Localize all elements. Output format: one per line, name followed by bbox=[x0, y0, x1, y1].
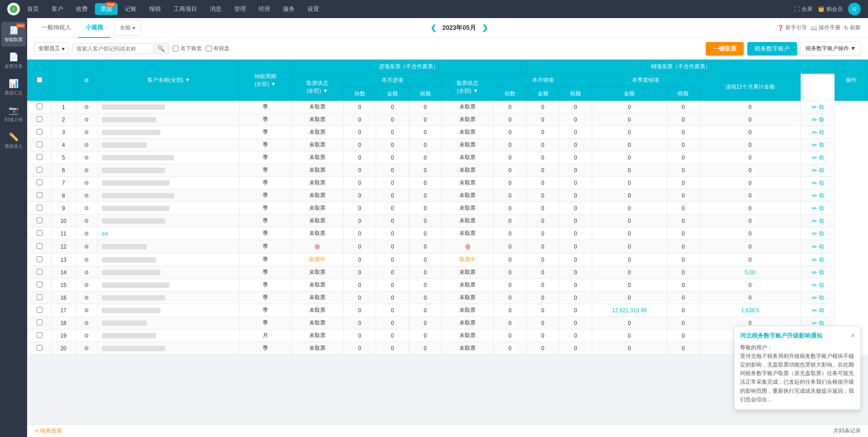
row-action-edit[interactable]: ✏ bbox=[812, 230, 817, 237]
row-checkbox[interactable] bbox=[37, 179, 42, 185]
row-action-edit[interactable]: ✏ bbox=[812, 307, 817, 314]
row-action-copy[interactable]: ⧉ bbox=[819, 154, 824, 161]
row-action-copy[interactable]: ⧉ bbox=[819, 204, 824, 212]
row-checkbox[interactable] bbox=[37, 332, 42, 338]
sidebar-item-invoice-entry[interactable]: ✏️ 票据录入 bbox=[1, 128, 26, 153]
sidebar-item-scan-upload[interactable]: 📷 扫描上传 bbox=[1, 102, 26, 127]
tab-small-scale[interactable]: 小规模 bbox=[78, 18, 110, 38]
nav-manage[interactable]: 管理 bbox=[229, 3, 251, 15]
refresh-link[interactable]: ↻ 刷新 bbox=[844, 24, 861, 32]
row-season-tax: 0 bbox=[667, 304, 699, 317]
nav-invoice[interactable]: 收费 bbox=[71, 3, 93, 15]
row-in-amount: 0 bbox=[376, 342, 409, 355]
row-action-copy[interactable]: ⧉ bbox=[819, 217, 824, 225]
row-action-copy[interactable]: ⧉ bbox=[819, 230, 824, 237]
nav-tickets[interactable]: 票据 new bbox=[95, 3, 118, 15]
row-action-edit[interactable]: ✏ bbox=[812, 167, 817, 174]
row-in-tax: 0 bbox=[409, 101, 441, 113]
row-action-copy[interactable]: ⧉ bbox=[819, 243, 824, 250]
row-checkbox[interactable] bbox=[37, 217, 42, 223]
row-edit-icon: ⚙ bbox=[84, 230, 89, 237]
nav-right-actions: ⛶ 全屏 👑 购会员 U bbox=[794, 3, 861, 15]
row-checkbox[interactable] bbox=[37, 205, 42, 211]
row-action-copy[interactable]: ⧉ bbox=[819, 141, 824, 149]
nav-tax[interactable]: 报税 bbox=[144, 3, 166, 15]
row-checkbox[interactable] bbox=[37, 345, 42, 351]
new-guide-link[interactable]: ❓ 新手引导 bbox=[777, 24, 807, 32]
nav-operation[interactable]: 经营 bbox=[253, 3, 276, 15]
next-month-button[interactable]: ❯ bbox=[480, 23, 491, 33]
fullscreen-button[interactable]: ⛶ 全屏 bbox=[794, 5, 812, 13]
row-action-copy[interactable]: ⧉ bbox=[819, 192, 824, 199]
sidebar-item-open-invoice[interactable]: 📄 发票开具 bbox=[1, 48, 26, 73]
nav-settings[interactable]: 设置 bbox=[302, 3, 325, 15]
manual-link[interactable]: 📖 操作手册 bbox=[811, 24, 840, 32]
row-checkbox[interactable] bbox=[37, 192, 42, 198]
prev-month-button[interactable]: ❮ bbox=[428, 23, 439, 33]
nav-service[interactable]: 服务 bbox=[278, 3, 300, 15]
user-avatar[interactable]: U bbox=[848, 3, 861, 15]
row-checkbox[interactable] bbox=[37, 141, 42, 147]
row-checkbox[interactable] bbox=[37, 282, 42, 287]
tax-digital-account-button[interactable]: 税务数字账户 bbox=[747, 42, 797, 56]
row-action-edit[interactable]: ✏ bbox=[812, 294, 817, 301]
row-action-copy[interactable]: ⧉ bbox=[819, 281, 824, 289]
nav-bookkeeping[interactable]: 记账 bbox=[119, 3, 142, 15]
row-action-copy[interactable]: ⧉ bbox=[819, 268, 824, 276]
row-checkbox[interactable] bbox=[37, 256, 42, 262]
row-checkbox[interactable] bbox=[37, 307, 42, 313]
row-checkbox[interactable] bbox=[37, 269, 42, 275]
tab-general[interactable]: 一般纳税人 bbox=[34, 18, 78, 38]
row-action-copy[interactable]: ⧉ bbox=[819, 256, 824, 263]
sidebar-item-invoice-summary[interactable]: 📊 票据汇总 bbox=[1, 75, 26, 100]
row-action-edit[interactable]: ✏ bbox=[812, 103, 817, 111]
tab-all-dropdown[interactable]: 全能 ▾ bbox=[114, 20, 141, 36]
row-action-edit[interactable]: ✏ bbox=[812, 217, 817, 225]
row-checkbox[interactable] bbox=[37, 320, 42, 325]
employee-select[interactable]: 全部员工 ▾ bbox=[34, 42, 69, 55]
row-checkbox[interactable] bbox=[37, 103, 42, 109]
row-action-edit[interactable]: ✏ bbox=[812, 116, 817, 123]
has-tax-checkbox[interactable] bbox=[206, 46, 212, 52]
row-checkbox[interactable] bbox=[37, 167, 42, 173]
row-action-copy[interactable]: ⧉ bbox=[819, 103, 824, 111]
row-checkbox[interactable] bbox=[37, 294, 42, 300]
select-all-checkbox[interactable] bbox=[37, 77, 42, 83]
row-action-edit[interactable]: ✏ bbox=[812, 154, 817, 161]
my-account-checkbox-label[interactable]: 名下账套 bbox=[173, 45, 202, 52]
row-action-edit[interactable]: ✏ bbox=[812, 141, 817, 149]
row-action-copy[interactable]: ⧉ bbox=[819, 306, 824, 314]
tax-digital-dropdown-button[interactable]: 税务数字账户操作 ▼ bbox=[801, 42, 861, 56]
row-action-edit[interactable]: ✏ bbox=[812, 256, 817, 263]
member-button[interactable]: 👑 购会员 bbox=[818, 5, 843, 13]
row-checkbox[interactable] bbox=[37, 129, 42, 135]
row-action-copy[interactable]: ⧉ bbox=[819, 166, 824, 174]
one-click-ticket-button[interactable]: 一键取票 bbox=[706, 42, 744, 56]
nav-home[interactable]: 首页 bbox=[22, 3, 44, 15]
tax-policy-link[interactable]: ⊙ 税务政策 bbox=[34, 427, 62, 435]
has-tax-checkbox-label[interactable]: 有税盘 bbox=[206, 45, 230, 52]
row-action-edit[interactable]: ✏ bbox=[812, 243, 817, 250]
sidebar-item-smart-tax[interactable]: 🧾 智能取票 new bbox=[1, 22, 26, 47]
search-button[interactable]: 🔍 bbox=[154, 43, 169, 54]
row-action-edit[interactable]: ✏ bbox=[812, 282, 817, 289]
row-action-copy[interactable]: ⧉ bbox=[819, 128, 824, 136]
row-checkbox[interactable] bbox=[37, 243, 42, 249]
search-input[interactable] bbox=[72, 43, 154, 54]
row-action-edit[interactable]: ✏ bbox=[812, 192, 817, 199]
row-action-copy[interactable]: ⧉ bbox=[819, 116, 824, 123]
notification-close-button[interactable]: × bbox=[851, 332, 855, 340]
row-action-edit[interactable]: ✏ bbox=[812, 205, 817, 212]
my-account-checkbox[interactable] bbox=[173, 46, 179, 52]
row-checkbox[interactable] bbox=[37, 154, 42, 160]
row-action-copy[interactable]: ⧉ bbox=[819, 294, 824, 301]
row-action-edit[interactable]: ✏ bbox=[812, 179, 817, 187]
nav-business[interactable]: 工商项目 bbox=[168, 3, 203, 15]
row-checkbox[interactable] bbox=[37, 116, 42, 122]
nav-message[interactable]: 消息 bbox=[204, 3, 227, 15]
nav-customer[interactable]: 客户 bbox=[46, 3, 69, 15]
row-action-copy[interactable]: ⧉ bbox=[819, 179, 824, 187]
row-checkbox[interactable] bbox=[37, 230, 42, 236]
row-action-edit[interactable]: ✏ bbox=[812, 129, 817, 136]
row-action-edit[interactable]: ✏ bbox=[812, 269, 817, 276]
